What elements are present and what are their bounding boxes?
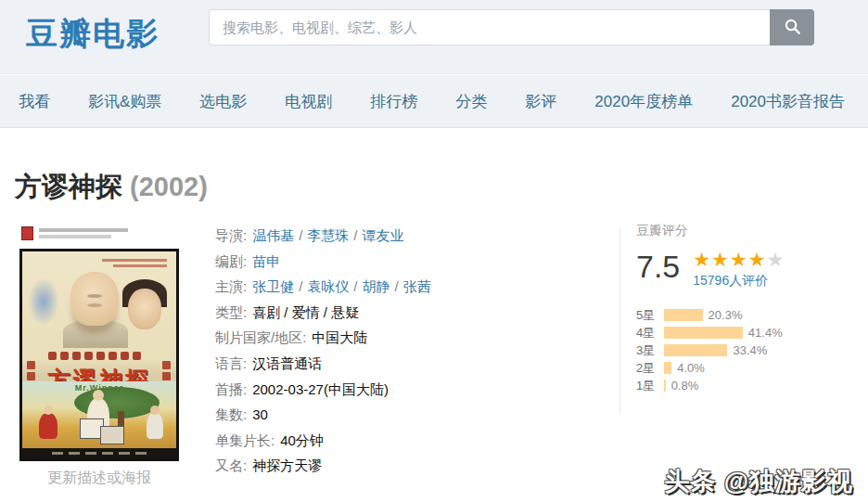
- info-row-genre: 类型:喜剧 / 爱情 / 悬疑: [215, 300, 605, 326]
- toutiao-watermark: 头条 @独游影视: [664, 465, 853, 498]
- rating-section-label: 豆瓣评分: [636, 223, 859, 239]
- dist-row-3star: 3星33.4%: [636, 341, 859, 359]
- person-link[interactable]: 胡静: [363, 278, 390, 294]
- info-row-aka: 又名:神探方天谬: [215, 453, 605, 479]
- nav-item-reviews[interactable]: 影评: [525, 91, 556, 112]
- poster-dragon-motif: [28, 277, 59, 326]
- poster-artwork: 方谬神探 Mr.Winner: [19, 249, 179, 461]
- star-icon: ★: [767, 249, 785, 270]
- info-row-writer: 编剧:苗申: [215, 249, 605, 275]
- star-icon: ★: [730, 249, 748, 270]
- star-icon: ★: [693, 249, 711, 270]
- person-link[interactable]: 谭友业: [363, 227, 404, 243]
- person-link[interactable]: 袁咏仪: [307, 278, 349, 294]
- search-bar: [209, 9, 814, 45]
- nav-item-2020-report[interactable]: 2020书影音报告: [731, 91, 845, 112]
- dist-row-1star: 1星0.8%: [636, 377, 859, 394]
- nav-item-category[interactable]: 分类: [455, 91, 487, 112]
- poster-lead-actor-face: [70, 272, 119, 326]
- person-link[interactable]: 苗申: [252, 253, 280, 269]
- info-value: 30: [252, 406, 268, 422]
- poster-scene: Mr.Winner: [22, 381, 176, 448]
- search-icon: [784, 18, 801, 38]
- nav-item-ranking[interactable]: 排行榜: [370, 91, 417, 112]
- info-value: 中国大陆: [312, 329, 367, 345]
- site-header: 豆瓣电影: [0, 0, 868, 74]
- nav-item-2020-list[interactable]: 2020年度榜单: [594, 91, 693, 112]
- search-button[interactable]: [770, 9, 814, 45]
- info-row-language: 语言:汉语普通话: [215, 351, 605, 377]
- rating-panel: 豆瓣评分 7.5 ★★★★★ 15796人评价 5星20.3% 4星41.4% …: [636, 223, 859, 394]
- dist-row-2star: 2星4.0%: [636, 359, 859, 377]
- nav-item-showtimes[interactable]: 影讯&购票: [88, 91, 161, 112]
- rating-divider: [619, 228, 620, 414]
- update-poster-link[interactable]: 更新描述或海报: [14, 469, 185, 488]
- search-input[interactable]: [209, 9, 770, 45]
- rating-distribution: 5星20.3% 4星41.4% 3星33.4% 2星4.0% 1星0.8%: [636, 306, 859, 394]
- info-value: 神探方天谬: [252, 457, 322, 473]
- star-icon: ★: [711, 249, 730, 270]
- info-value: 喜剧 / 爱情 / 悬疑: [252, 304, 359, 320]
- info-row-director: 导演:温伟基/李慧珠/谭友业: [215, 223, 605, 249]
- info-row-stars: 主演:张卫健/袁咏仪/胡静/张茜: [215, 274, 605, 300]
- nav-item-mine[interactable]: 我看: [19, 91, 50, 112]
- studio-logo: [21, 226, 33, 240]
- dist-bar: [664, 327, 743, 339]
- person-link[interactable]: 张茜: [403, 278, 431, 294]
- person-link[interactable]: 温伟基: [252, 227, 294, 243]
- star-rating: ★★★★★: [693, 251, 785, 269]
- dist-row-4star: 4星41.4%: [636, 324, 859, 341]
- nav-item-tv[interactable]: 电视剧: [285, 91, 332, 112]
- star-icon: ★: [748, 249, 767, 270]
- dist-bar: [664, 344, 727, 356]
- movie-poster[interactable]: 方谬神探 Mr.Winner: [14, 223, 185, 461]
- person-link[interactable]: 李慧珠: [307, 227, 349, 243]
- rating-score: 7.5: [636, 251, 680, 290]
- movie-year: (2002): [130, 172, 208, 201]
- nav-item-pick-movie[interactable]: 选电影: [199, 91, 247, 112]
- dist-bar: [664, 362, 671, 374]
- movie-name: 方谬神探: [15, 172, 122, 201]
- info-row-premiere: 首播:2002-03-27(中国大陆): [215, 377, 605, 403]
- info-row-episodes: 集数:30: [215, 402, 605, 428]
- site-logo[interactable]: 豆瓣电影: [26, 13, 160, 56]
- dist-bar: [664, 309, 703, 321]
- info-row-runtime: 单集片长:40分钟: [215, 428, 605, 454]
- dist-bar: [664, 380, 666, 392]
- poster-studio-banner: [14, 223, 185, 247]
- poster-lead-actress-face: [130, 292, 160, 328]
- info-row-region: 制片国家/地区:中国大陆: [215, 325, 605, 351]
- movie-info: 导演:温伟基/李慧珠/谭友业 编剧:苗申 主演:张卫健/袁咏仪/胡静/张茜 类型…: [215, 223, 605, 479]
- person-link[interactable]: 张卫健: [252, 278, 294, 294]
- info-value: 40分钟: [280, 432, 324, 448]
- rating-votes-link[interactable]: 15796人评价: [693, 273, 785, 290]
- main-nav: 我看 影讯&购票 选电影 电视剧 排行榜 分类 影评 2020年度榜单 2020…: [0, 75, 868, 128]
- info-value: 2002-03-27(中国大陆): [252, 381, 389, 397]
- info-value: 汉语普通话: [252, 355, 322, 371]
- page-title: 方谬神探(2002): [15, 169, 208, 206]
- dist-row-5star: 5星20.3%: [636, 306, 859, 324]
